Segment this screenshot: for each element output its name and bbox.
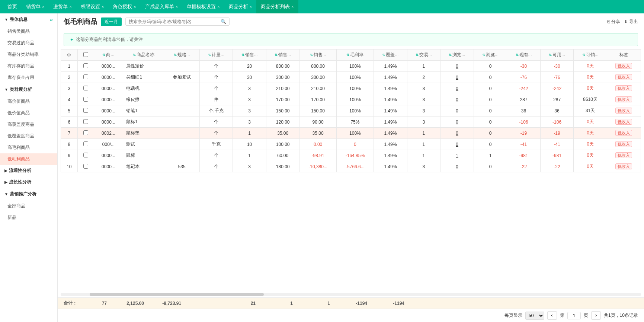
row-checkbox[interactable] xyxy=(83,141,88,146)
cell-checkbox[interactable] xyxy=(77,61,94,72)
notice-bar: ✦ 这部分商品的利润非常低，请关注 xyxy=(64,33,638,46)
cell-view1[interactable]: 0 xyxy=(440,72,474,83)
close-purchase-icon[interactable]: × xyxy=(69,4,71,9)
close-template-icon[interactable]: × xyxy=(217,4,220,9)
cell-gross-margin: 75% xyxy=(336,117,374,128)
col-coverage[interactable]: ⇅覆盖... xyxy=(374,50,407,61)
row-checkbox[interactable] xyxy=(83,97,88,102)
close-product-entry-icon[interactable]: × xyxy=(176,4,178,9)
row-checkbox[interactable] xyxy=(83,164,88,169)
cell-checkbox[interactable] xyxy=(77,128,94,139)
sidebar-item-low-value[interactable]: 低价值商品 xyxy=(0,107,57,119)
date-filter-button[interactable]: 近一月 xyxy=(101,17,122,26)
cell-checkbox[interactable] xyxy=(77,150,94,161)
collapse-overall-icon[interactable]: « xyxy=(50,17,53,23)
col-unit[interactable]: ⇅计量... xyxy=(199,50,233,61)
col-transaction[interactable]: ⇅交易... xyxy=(407,50,440,61)
row-checkbox[interactable] xyxy=(83,108,88,113)
cell-transaction: 3 xyxy=(407,161,440,172)
col-code[interactable]: ⇅商... xyxy=(94,50,123,61)
share-button[interactable]: ⎘ 分享 xyxy=(607,19,620,25)
sidebar-item-high-value[interactable]: 高价值商品 xyxy=(0,96,57,107)
row-checkbox[interactable] xyxy=(83,86,88,90)
sidebar-item-high-coverage[interactable]: 高覆盖度商品 xyxy=(0,119,57,130)
row-checkbox[interactable] xyxy=(83,119,88,124)
table-container[interactable]: ⚙ ⇅商... ⇅商品名称 ⇅规格... ⇅计量... ⇅销售... ⇅销售..… xyxy=(58,49,644,293)
cell-name: 鼠标垫 xyxy=(123,128,164,139)
page-input[interactable] xyxy=(567,312,581,319)
h-scroll-bar[interactable] xyxy=(61,293,641,296)
cell-checkbox[interactable] xyxy=(77,117,94,128)
cell-view1[interactable]: 0 xyxy=(440,61,474,72)
col-settings[interactable]: ⚙ xyxy=(61,50,78,61)
cell-view1[interactable]: 0 xyxy=(440,161,474,172)
sidebar-item-stock-capital[interactable]: 库存资金占用 xyxy=(0,72,57,83)
sidebar-item-all-goods[interactable]: 全部商品 xyxy=(0,200,57,212)
sidebar-item-stock-goods[interactable]: 有库存的商品 xyxy=(0,60,57,72)
prev-page-button[interactable]: ＜ xyxy=(547,311,557,320)
col-current[interactable]: ⇅现有... xyxy=(507,50,541,61)
search-input[interactable] xyxy=(129,19,219,24)
sidebar-group-overall[interactable]: ▼ 整体信息 « xyxy=(0,13,57,26)
sidebar-group-growth[interactable]: ▶ 成长性分析 xyxy=(0,176,57,188)
close-role-icon[interactable]: × xyxy=(134,4,136,9)
cell-view1[interactable]: 0 xyxy=(440,83,474,94)
col-sales-qty[interactable]: ⇅销售... xyxy=(233,50,266,61)
select-all-checkbox[interactable] xyxy=(83,52,88,57)
sidebar-item-sales-goods[interactable]: 销售类商品 xyxy=(0,26,57,37)
sidebar-item-traded-goods[interactable]: 交易过的商品 xyxy=(0,37,57,49)
sidebar-group-cluster[interactable]: ▼ 类群度分析 xyxy=(0,83,57,96)
cell-view1[interactable]: 0 xyxy=(440,128,474,139)
col-name[interactable]: ⇅商品名称 xyxy=(123,50,164,61)
cell-checkbox[interactable] xyxy=(77,83,94,94)
col-view2[interactable]: ⇅浏览... xyxy=(474,50,507,61)
nav-permission[interactable]: 权限设置 × xyxy=(76,0,108,13)
col-spec[interactable]: ⇅规格... xyxy=(164,50,199,61)
col-sales-amount[interactable]: ⇅销售... xyxy=(299,50,336,61)
cell-checkbox[interactable] xyxy=(77,161,94,172)
close-permission-icon[interactable]: × xyxy=(102,4,104,9)
col-saleable[interactable]: ⇅可销... xyxy=(574,50,607,61)
row-checkbox[interactable] xyxy=(83,63,88,68)
cell-view1[interactable]: 0 xyxy=(440,117,474,128)
sidebar-item-low-margin[interactable]: 低毛利商品 xyxy=(0,153,57,165)
nav-product-analysis[interactable]: 商品分析 × xyxy=(224,0,256,13)
page-size-select[interactable]: 50 100 200 xyxy=(525,312,544,320)
cell-view1[interactable]: 0 xyxy=(440,139,474,150)
col-available[interactable]: ⇅可用... xyxy=(540,50,574,61)
cell-checkbox[interactable] xyxy=(77,94,94,105)
cell-view1[interactable]: 1 xyxy=(440,150,474,161)
nav-product-entry[interactable]: 产成品入库单 × xyxy=(141,0,182,13)
sidebar-item-category-rate[interactable]: 商品分类助销率 xyxy=(0,49,57,60)
col-view1[interactable]: ⇅浏览... xyxy=(440,50,474,61)
nav-home[interactable]: 首页 xyxy=(3,0,22,13)
nav-purchase[interactable]: 进货单 × xyxy=(49,0,76,13)
cell-view1[interactable]: 0 xyxy=(440,105,474,117)
next-page-button[interactable]: ＞ xyxy=(591,311,601,320)
row-checkbox[interactable] xyxy=(83,130,88,135)
nav-role[interactable]: 角色授权 × xyxy=(108,0,140,13)
nav-product-analysis-list[interactable]: 商品分析列表 × xyxy=(256,0,298,13)
col-gross-margin[interactable]: ⇅毛利率 xyxy=(336,50,374,61)
cell-view1[interactable]: 0 xyxy=(440,94,474,105)
export-button[interactable]: ⬇ 导出 xyxy=(624,19,638,25)
row-checkbox[interactable] xyxy=(83,153,88,157)
close-product-analysis-icon[interactable]: × xyxy=(250,4,252,9)
sidebar-group-marketing[interactable]: ▼ 营销推广分析 xyxy=(0,188,57,200)
row-checkbox[interactable] xyxy=(83,74,88,79)
sidebar-item-low-coverage[interactable]: 低覆盖度商品 xyxy=(0,130,57,142)
nav-template[interactable]: 单据模板设置 × xyxy=(182,0,224,13)
search-icon[interactable]: 🔍 xyxy=(221,19,226,24)
sidebar-group-flow[interactable]: ▶ 流通性分析 xyxy=(0,165,57,176)
cell-checkbox[interactable] xyxy=(77,105,94,117)
sidebar-item-high-margin[interactable]: 高毛利商品 xyxy=(0,142,57,153)
sidebar-item-new-goods[interactable]: 新品 xyxy=(0,212,57,223)
col-checkbox[interactable] xyxy=(77,50,94,61)
col-sales-price[interactable]: ⇅销售... xyxy=(266,50,299,61)
close-sales-icon[interactable]: × xyxy=(42,4,44,9)
nav-sales[interactable]: 销货单 × xyxy=(22,0,49,13)
close-product-list-icon[interactable]: × xyxy=(291,4,294,9)
cell-checkbox[interactable] xyxy=(77,72,94,83)
h-scroll-thumb[interactable] xyxy=(90,293,264,296)
cell-checkbox[interactable] xyxy=(77,139,94,150)
